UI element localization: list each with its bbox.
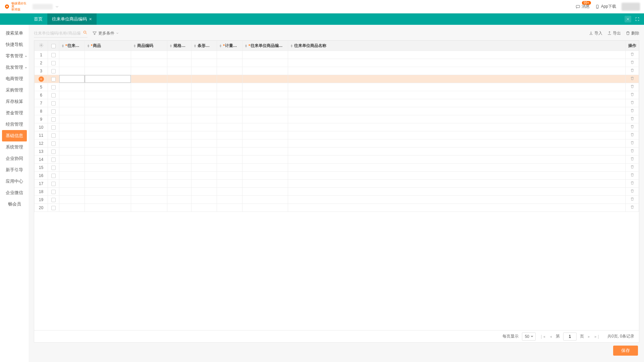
cell-spec[interactable] [167,59,192,67]
fullscreen-button[interactable] [634,16,641,22]
cell-product[interactable] [85,204,131,212]
cell-unit-product-code[interactable] [243,67,288,75]
cell-unit-product-code[interactable] [243,172,288,180]
import-button[interactable]: 导入 [589,31,602,36]
cell-spec[interactable] [167,172,192,180]
cell-uom[interactable] [217,75,243,83]
row-delete[interactable] [626,156,639,164]
cell-barcode[interactable] [192,123,217,131]
cell-unit-product-code[interactable] [243,83,288,91]
cell-unit[interactable] [59,75,85,83]
sidebar-item[interactable]: 企业微信 [0,187,29,198]
cell-barcode[interactable] [192,139,217,147]
row-checkbox[interactable] [48,139,59,147]
cell-unit-product-name[interactable] [288,115,626,123]
row-delete[interactable] [626,59,639,67]
export-button[interactable]: 导出 [607,31,621,36]
sidebar-item[interactable]: 批发管理▸ [0,62,29,73]
table-row[interactable]: 20 [35,204,639,212]
cell-spec[interactable] [167,204,192,212]
column-uom[interactable]: ▲▼*计量… [217,41,243,51]
table-row[interactable]: 7 [35,99,639,107]
cell-barcode[interactable] [192,75,217,83]
search-input[interactable] [34,29,88,38]
cell-product[interactable] [85,139,131,147]
sidebar-item[interactable]: 搜索菜单 [0,27,29,39]
cell-unit-product-name[interactable] [288,59,626,67]
cell-unit[interactable] [59,115,85,123]
row-delete[interactable] [626,107,639,115]
cell-spec[interactable] [167,180,192,188]
cell-barcode[interactable] [192,196,217,204]
cell-product-code[interactable] [131,131,167,139]
user-avatar[interactable] [622,3,640,11]
cell-uom[interactable] [217,204,243,212]
sidebar-item[interactable]: 基础信息 [2,130,27,141]
cell-uom[interactable] [217,123,243,131]
tab-close-icon[interactable]: ✕ [89,17,92,21]
cell-product[interactable] [85,188,131,196]
cell-uom[interactable] [217,51,243,59]
cell-uom[interactable] [217,147,243,156]
cell-product[interactable] [85,91,131,99]
sidebar-item[interactable]: 企业协同 [0,153,29,164]
cell-unit[interactable] [59,123,85,131]
cell-uom[interactable] [217,164,243,172]
cell-product-code[interactable] [131,83,167,91]
page-next[interactable]: ▸ [587,334,591,339]
cell-unit[interactable] [59,83,85,91]
row-checkbox[interactable] [48,131,59,139]
cell-unit-product-code[interactable] [243,123,288,131]
cell-unit-product-name[interactable] [288,107,626,115]
cell-unit[interactable] [59,204,85,212]
row-checkbox[interactable] [48,115,59,123]
cell-unit-product-name[interactable] [288,67,626,75]
cell-spec[interactable] [167,67,192,75]
cell-unit-product-code[interactable] [243,51,288,59]
table-row[interactable]: 1 [35,51,639,59]
cell-unit[interactable] [59,180,85,188]
tab-active[interactable]: 往来单位商品编码 ✕ [47,13,97,25]
table-row[interactable]: 11 [35,131,639,139]
cell-unit-product-code[interactable] [243,75,288,83]
sidebar-item[interactable]: 采购管理 [0,84,29,96]
row-checkbox[interactable] [48,107,59,115]
cell-uom[interactable] [217,180,243,188]
cell-unit[interactable] [59,164,85,172]
cell-unit-product-name[interactable] [288,188,626,196]
row-checkbox[interactable] [48,147,59,156]
column-settings[interactable] [35,41,48,51]
cell-spec[interactable] [167,99,192,107]
cell-product[interactable] [85,131,131,139]
table-row[interactable]: 16 [35,172,639,180]
cell-unit[interactable] [59,91,85,99]
cell-product[interactable] [85,172,131,180]
cell-unit-product-code[interactable] [243,188,288,196]
row-checkbox[interactable] [48,188,59,196]
cell-barcode[interactable] [192,91,217,99]
cell-unit-product-code[interactable] [243,91,288,99]
sidebar-item[interactable]: 畅会员 [0,198,29,210]
table-row[interactable]: 13 [35,147,639,156]
app-download-button[interactable]: App下载 [595,4,616,9]
row-checkbox[interactable] [48,123,59,131]
cell-spec[interactable] [167,91,192,99]
cell-product[interactable] [85,115,131,123]
row-checkbox[interactable] [48,196,59,204]
cell-unit-product-code[interactable] [243,164,288,172]
column-unit-product-name[interactable]: ▲▼往来单位商品名称 [288,41,626,51]
sidebar-item[interactable]: 电商管理 [0,73,29,84]
cell-unit-product-name[interactable] [288,204,626,212]
cell-unit-product-name[interactable] [288,83,626,91]
cell-product[interactable] [85,59,131,67]
cell-product-code[interactable] [131,59,167,67]
cell-unit[interactable] [59,99,85,107]
sidebar-item[interactable]: 新手引导 [0,164,29,176]
table-row[interactable]: 10 [35,123,639,131]
row-checkbox[interactable] [48,164,59,172]
tab-bar-close-button[interactable] [625,16,631,22]
page-first[interactable]: ❘◂ [539,334,546,339]
cell-product[interactable] [85,156,131,164]
cell-spec[interactable] [167,115,192,123]
cell-product-code[interactable] [131,188,167,196]
